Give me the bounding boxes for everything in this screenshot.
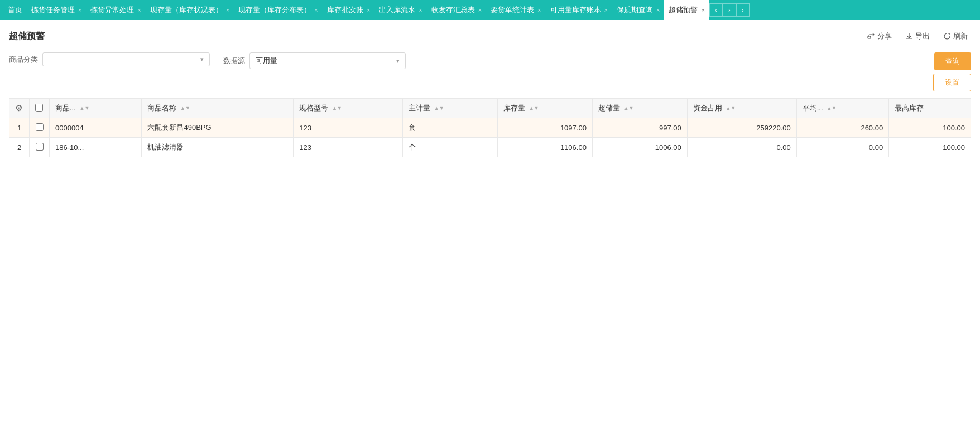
nav-label-active: 超储预警 xyxy=(669,5,698,15)
nav-label-2: 拣货异常处理 xyxy=(90,5,134,15)
filter-datasource: 数据源 可用量 ▾ xyxy=(223,52,406,69)
nav-label-4: 现存量（库存分布表） xyxy=(238,5,311,15)
close-icon-3[interactable]: × xyxy=(226,7,229,13)
close-icon-4[interactable]: × xyxy=(314,7,318,13)
sort-icon-avg[interactable]: ▲▼ xyxy=(827,106,837,111)
sort-icon-unit[interactable]: ▲▼ xyxy=(434,106,444,111)
datasource-value: 可用量 xyxy=(256,56,277,66)
th-overstock: 超储量 ▲▼ xyxy=(592,99,687,118)
nav-item-9[interactable]: 可用量库存账本 × xyxy=(546,0,612,20)
nav-label-9: 可用量库存账本 xyxy=(550,5,601,15)
td-stock-0: 1097.00 xyxy=(498,118,593,138)
td-max-stock-0: 100.00 xyxy=(889,118,971,138)
nav-item-active[interactable]: 超储预警 × xyxy=(664,0,709,20)
datasource-label: 数据源 xyxy=(223,56,245,66)
sort-icon-overstock[interactable]: ▲▼ xyxy=(624,106,634,111)
query-button[interactable]: 查询 xyxy=(934,52,971,70)
th-max-stock: 最高库存 xyxy=(889,99,971,118)
share-label: 分享 xyxy=(877,31,892,41)
close-icon-8[interactable]: × xyxy=(537,7,541,13)
th-stock: 库存量 ▲▼ xyxy=(498,99,593,118)
td-spec-0: 123 xyxy=(294,118,403,138)
close-icon-1[interactable]: × xyxy=(78,7,81,13)
td-overstock-1: 1006.00 xyxy=(592,138,687,157)
th-stock-label: 库存量 xyxy=(503,104,525,112)
nav-prev-arrow[interactable]: ‹ xyxy=(709,3,723,17)
sort-icon-capital[interactable]: ▲▼ xyxy=(726,106,736,111)
td-product-code-1: 186-10... xyxy=(50,138,142,157)
th-spec-label: 规格型号 xyxy=(299,104,328,112)
nav-next-arrow[interactable]: › xyxy=(723,3,736,17)
export-button[interactable]: 导出 xyxy=(902,29,933,43)
filter-area: 商品分类 ▾ 数据源 可用量 ▾ 查询 设置 xyxy=(9,52,971,91)
nav-more-arrow[interactable]: › xyxy=(736,3,750,17)
sort-icon-stock[interactable]: ▲▼ xyxy=(529,106,539,111)
close-icon-6[interactable]: × xyxy=(419,7,422,13)
nav-item-2[interactable]: 拣货异常处理 × xyxy=(86,0,145,20)
refresh-label: 刷新 xyxy=(953,31,968,41)
nav-item-4[interactable]: 现存量（库存分布表） × xyxy=(234,0,322,20)
close-icon-5[interactable]: × xyxy=(367,7,370,13)
th-product-code-label: 商品... xyxy=(55,104,76,112)
sort-icon-name[interactable]: ▲▼ xyxy=(180,106,190,111)
th-product-name: 商品名称 ▲▼ xyxy=(142,99,294,118)
sort-icon-spec[interactable]: ▲▼ xyxy=(332,106,342,111)
td-unit-0: 套 xyxy=(403,118,498,138)
refresh-icon xyxy=(943,32,951,40)
select-all-checkbox[interactable] xyxy=(35,104,43,112)
nav-item-1[interactable]: 拣货任务管理 × xyxy=(27,0,86,20)
th-checkbox xyxy=(30,99,50,118)
nav-item-3[interactable]: 现存量（库存状况表） × xyxy=(146,0,234,20)
nav-label-home: 首页 xyxy=(8,5,22,15)
th-overstock-label: 超储量 xyxy=(598,104,620,112)
close-icon-9[interactable]: × xyxy=(604,7,608,13)
close-icon-10[interactable]: × xyxy=(656,7,660,13)
nav-label-6: 出入库流水 xyxy=(379,5,415,15)
table-row: 2 186-10... 机油滤清器 123 个 1106.00 1006.00 … xyxy=(9,138,971,157)
td-checkbox-1 xyxy=(30,138,50,157)
main-content: 超储预警 分享 导出 刷新 xyxy=(0,20,980,446)
close-icon-2[interactable]: × xyxy=(137,7,141,13)
refresh-button[interactable]: 刷新 xyxy=(940,29,971,43)
td-row-num-0: 1 xyxy=(9,118,30,138)
nav-item-10[interactable]: 保质期查询 × xyxy=(612,0,664,20)
row-checkbox-1[interactable] xyxy=(36,143,44,151)
td-max-stock-1: 100.00 xyxy=(889,138,971,157)
data-table: ⚙ 商品... ▲▼ 商品名称 ▲▼ 规格型号 ▲▼ 主计 xyxy=(9,98,971,157)
th-settings: ⚙ xyxy=(9,99,30,118)
filter-category: 商品分类 ▾ xyxy=(9,52,210,66)
td-product-code-0: 0000004 xyxy=(50,118,142,138)
row-checkbox-0[interactable] xyxy=(36,123,44,131)
nav-item-5[interactable]: 库存批次账 × xyxy=(323,0,374,20)
sort-icon-code[interactable]: ▲▼ xyxy=(79,106,89,111)
chevron-down-icon-source: ▾ xyxy=(396,57,400,65)
th-capital: 资金占用 ▲▼ xyxy=(687,99,796,118)
settings-gear-icon[interactable]: ⚙ xyxy=(15,103,22,113)
table-row: 1 0000004 六配套新昌490BPG 123 套 1097.00 997.… xyxy=(9,118,971,138)
td-avg-0: 260.00 xyxy=(796,118,888,138)
nav-item-8[interactable]: 要货单统计表 × xyxy=(486,0,545,20)
td-capital-0: 259220.00 xyxy=(687,118,796,138)
td-checkbox-0 xyxy=(30,118,50,138)
nav-label-5: 库存批次账 xyxy=(327,5,363,15)
share-button[interactable]: 分享 xyxy=(864,29,895,43)
th-unit-label: 主计量 xyxy=(409,104,430,112)
nav-bar: 首页 拣货任务管理 × 拣货异常处理 × 现存量（库存状况表） × 现存量（库存… xyxy=(0,0,980,20)
nav-item-7[interactable]: 收发存汇总表 × xyxy=(427,0,486,20)
th-max-stock-label: 最高库存 xyxy=(895,104,924,112)
nav-label-10: 保质期查询 xyxy=(617,5,653,15)
close-icon-7[interactable]: × xyxy=(478,7,482,13)
share-icon xyxy=(867,32,875,40)
td-capital-1: 0.00 xyxy=(687,138,796,157)
td-row-num-1: 2 xyxy=(9,138,30,157)
settings-button[interactable]: 设置 xyxy=(933,74,971,91)
td-product-name-0: 六配套新昌490BPG xyxy=(142,118,294,138)
td-product-name-1: 机油滤清器 xyxy=(142,138,294,157)
export-label: 导出 xyxy=(915,31,930,41)
close-icon-active[interactable]: × xyxy=(701,7,704,13)
nav-item-home[interactable]: 首页 xyxy=(3,0,27,20)
nav-item-6[interactable]: 出入库流水 × xyxy=(374,0,426,20)
datasource-select[interactable]: 可用量 ▾ xyxy=(249,52,406,69)
category-select[interactable]: ▾ xyxy=(42,52,210,66)
td-stock-1: 1106.00 xyxy=(498,138,593,157)
